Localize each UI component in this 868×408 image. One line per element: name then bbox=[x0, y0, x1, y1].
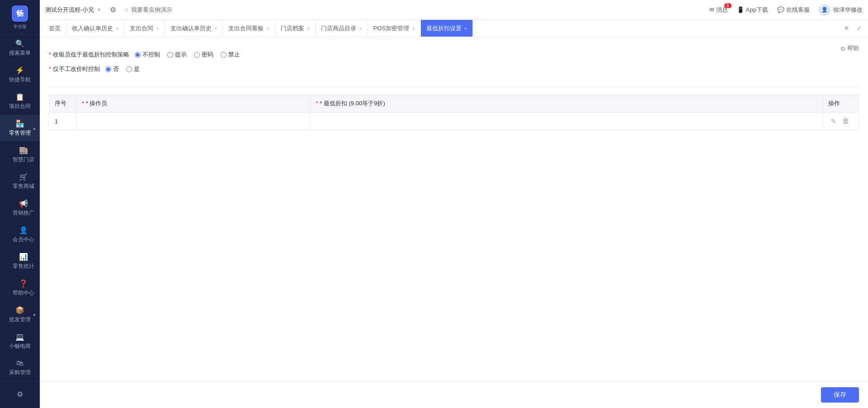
project-icon: 📋 bbox=[15, 93, 24, 101]
message-button[interactable]: ✉ 消息 8 bbox=[709, 6, 728, 14]
logo-text: 专业版 bbox=[13, 23, 27, 30]
save-button[interactable]: 保存 bbox=[821, 387, 859, 403]
sidebar-item-retail[interactable]: 🏪 零售管理 bbox=[0, 115, 40, 141]
marketing-icon: 📢 bbox=[19, 199, 28, 208]
project-name: 测试分开流程-小兄 bbox=[45, 6, 94, 14]
online-service-button[interactable]: 💬 在线客服 bbox=[777, 6, 810, 14]
tab-payment-confirm[interactable]: 支出确认单历史 × bbox=[165, 20, 223, 37]
tab-store-file[interactable]: 门店档案 × bbox=[275, 20, 316, 37]
settings-icon: ⚙ bbox=[17, 390, 23, 399]
sidebar-item-ecommerce[interactable]: 💻 小畅电商 bbox=[0, 328, 40, 355]
sidebar-item-smart-store[interactable]: 🏬 智慧门店 bbox=[0, 141, 40, 168]
radio-yes[interactable]: 是 bbox=[126, 65, 140, 73]
col-header-discount: * * 最低折扣 (9.00等于9折) bbox=[310, 95, 822, 113]
search-icon: 🔍 bbox=[15, 39, 24, 48]
tab-close-payment-contract[interactable]: × bbox=[156, 26, 159, 31]
online-service-icon: 💬 bbox=[777, 6, 784, 13]
sidebar-item-retail-mall[interactable]: 🛒 零售商城 bbox=[0, 168, 40, 195]
sidebar-item-search[interactable]: 🔍 搜索菜单 bbox=[0, 35, 40, 61]
sidebar-item-shortcut[interactable]: ⚡ 快捷导航 bbox=[0, 61, 40, 88]
tab-close-pos-password[interactable]: × bbox=[412, 26, 415, 31]
tab-close-min-discount[interactable]: × bbox=[464, 26, 467, 31]
radio-forbid[interactable]: 禁止 bbox=[221, 51, 240, 59]
help-circle-icon: ⊙ bbox=[840, 45, 845, 52]
table-header-row: 序号 * * 操作员 * * 最低折扣 (9.00等于9折) bbox=[49, 95, 859, 113]
col-header-seq: 序号 bbox=[49, 95, 76, 113]
tab-payment-board[interactable]: 支出合同看板 × bbox=[223, 20, 275, 37]
app-download-button[interactable]: 📱 App下载 bbox=[737, 6, 768, 14]
radio-no-control[interactable]: 不控制 bbox=[135, 51, 160, 59]
sidebar-item-marketing[interactable]: 📢 营销推广 bbox=[0, 195, 40, 221]
table-section: 序号 * * 操作员 * * 最低折扣 (9.00等于9折) bbox=[49, 94, 859, 130]
discount-table: 序号 * * 操作员 * * 最低折扣 (9.00等于9折) bbox=[49, 94, 859, 130]
col-header-actions: 操作 bbox=[823, 95, 859, 113]
sidebar-item-purchase[interactable]: 🛍 采购管理 bbox=[0, 355, 40, 381]
control-strategy-label: * 收银员低于最低折扣控制策略 bbox=[49, 51, 129, 59]
sidebar-bottom: ⚙ bbox=[0, 381, 40, 408]
tab-expand-button[interactable]: ⤢ bbox=[854, 23, 864, 34]
manual-price-radio-group: 否 是 bbox=[105, 65, 140, 73]
tab-home[interactable]: 首页 bbox=[43, 20, 66, 37]
project-selector[interactable]: 测试分开流程-小兄 ▼ bbox=[45, 6, 101, 14]
topbar-settings-button[interactable]: ⚙ bbox=[107, 4, 119, 16]
topbar-actions: ✉ 消息 8 📱 App下载 💬 在线客服 👤 徐泽华修改 bbox=[709, 4, 863, 16]
manual-price-row: * 仅手工改价时控制 否 是 bbox=[49, 65, 859, 73]
sidebar-logo: 畅 专业版 bbox=[0, 0, 40, 35]
retail-stats-icon: 📊 bbox=[19, 253, 28, 261]
demo-icon: ○ bbox=[125, 6, 128, 13]
member-icon: 👤 bbox=[19, 226, 28, 234]
tab-close-payment-board[interactable]: × bbox=[266, 26, 269, 31]
message-badge: 8 bbox=[724, 3, 731, 8]
control-strategy-radio-group: 不控制 提示 密码 禁止 bbox=[135, 51, 240, 59]
purchase-icon: 🛍 bbox=[16, 359, 24, 367]
help-icon: ❓ bbox=[19, 279, 28, 288]
sidebar-item-member[interactable]: 👤 会员中心 bbox=[0, 221, 40, 248]
main-area: 测试分开流程-小兄 ▼ ⚙ ○ 我要看实例演示 ✉ 消息 8 📱 App下载 💬… bbox=[40, 0, 868, 408]
page-container: ⊙ 帮助 * 收银员低于最低折扣控制策略 不控制 bbox=[40, 37, 868, 408]
tab-close-all-button[interactable]: ✕ bbox=[841, 23, 852, 34]
radio-no[interactable]: 否 bbox=[105, 65, 119, 73]
cell-discount bbox=[310, 113, 822, 130]
sidebar-item-help[interactable]: ❓ 帮助中心 bbox=[0, 275, 40, 301]
message-icon: ✉ bbox=[709, 6, 714, 13]
project-dropdown-arrow: ▼ bbox=[97, 7, 101, 12]
topbar: 测试分开流程-小兄 ▼ ⚙ ○ 我要看实例演示 ✉ 消息 8 📱 App下载 💬… bbox=[40, 0, 868, 20]
user-avatar: 👤 bbox=[819, 4, 830, 16]
form-section: * 收银员低于最低折扣控制策略 不控制 提示 bbox=[49, 46, 859, 87]
table-row: 1 ✎ 🗑 bbox=[49, 113, 859, 130]
tab-pos-password[interactable]: POS加密管理 × bbox=[368, 20, 421, 37]
radio-password[interactable]: 密码 bbox=[194, 51, 213, 59]
tab-close-store-file[interactable]: × bbox=[307, 26, 310, 31]
radio-remind[interactable]: 提示 bbox=[167, 51, 187, 59]
smart-store-icon: 🏬 bbox=[19, 146, 28, 155]
content-area: ⊙ 帮助 * 收银员低于最低折扣控制策略 不控制 bbox=[40, 37, 868, 408]
batch-icon: 📦 bbox=[15, 306, 24, 314]
edit-row-button[interactable]: ✎ bbox=[828, 116, 838, 126]
tab-actions: ✕ ⤢ bbox=[841, 23, 864, 34]
demo-button[interactable]: ○ 我要看实例演示 bbox=[125, 6, 172, 14]
tab-min-discount[interactable]: 最低折扣设置 × bbox=[421, 20, 473, 37]
sidebar-settings-button[interactable]: ⚙ bbox=[0, 386, 40, 403]
cell-operator bbox=[76, 113, 311, 130]
sidebar-item-retail-stats[interactable]: 📊 零售统计 bbox=[0, 248, 40, 275]
save-bar: 保存 bbox=[40, 381, 868, 408]
retail-mall-icon: 🛒 bbox=[19, 173, 28, 181]
tab-income-confirm[interactable]: 收入确认单历史 × bbox=[66, 20, 124, 37]
cell-seq: 1 bbox=[49, 113, 76, 130]
tab-payment-contract[interactable]: 支出合同 × bbox=[124, 20, 165, 37]
sidebar-item-project[interactable]: 📋 项目合同 bbox=[0, 88, 40, 115]
help-button[interactable]: ⊙ 帮助 bbox=[840, 44, 859, 52]
sidebar-menu: 🔍 搜索菜单 ⚡ 快捷导航 📋 项目合同 🏪 零售管理 🏬 智慧门店 🛒 零售商… bbox=[0, 35, 40, 381]
manual-price-label: * 仅手工改价时控制 bbox=[49, 65, 100, 73]
shortcut-icon: ⚡ bbox=[15, 66, 24, 75]
col-header-operator: * * 操作员 bbox=[76, 95, 311, 113]
tab-close-payment-confirm[interactable]: × bbox=[214, 26, 217, 31]
tab-close-store-products[interactable]: × bbox=[359, 26, 362, 31]
tab-store-products[interactable]: 门店商品目录 × bbox=[316, 20, 368, 37]
user-menu[interactable]: 👤 徐泽华修改 bbox=[819, 4, 863, 16]
control-strategy-row: * 收银员低于最低折扣控制策略 不控制 提示 bbox=[49, 51, 859, 59]
tab-close-income-confirm[interactable]: × bbox=[116, 26, 118, 31]
delete-row-button[interactable]: 🗑 bbox=[841, 116, 851, 126]
sidebar-item-batch[interactable]: 📦 批发管理 bbox=[0, 301, 40, 328]
tabbar: 首页 收入确认单历史 × 支出合同 × 支出确认单历史 × 支出合同看板 × 门… bbox=[40, 20, 868, 37]
